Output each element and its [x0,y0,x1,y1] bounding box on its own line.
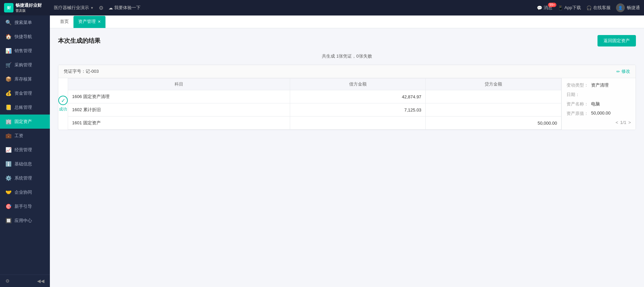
logo: 财 畅捷通好业财 普及版 [4,2,54,13]
sidebar-item-ledger[interactable]: 📒 总账管理 [0,100,50,115]
edit-button[interactable]: ✏ 修改 [616,68,630,74]
check-circle-icon: ✓ [58,96,68,105]
fixed-assets-icon: 🏢 [5,119,12,125]
system-icon: ⚙️ [5,175,12,181]
company-selector[interactable]: 医疗器械行业演示 ▼ [54,5,94,11]
result-header: 本次生成的结果 返回固定资产 [58,35,636,46]
online-service-button[interactable]: 🎧 在线客服 [586,5,611,11]
enterprise-label: 企业协同 [14,189,32,195]
status-text: 成功 [59,106,67,112]
purchase-icon: 🛒 [5,62,12,68]
sidebar-footer: ⚙ ◀◀ [0,275,50,287]
guide-icon: 🎯 [5,203,12,210]
sidebar-item-funds[interactable]: 💰 资金管理 [0,86,50,100]
sales-icon: 📊 [5,48,12,54]
quick-nav-icon: 🏠 [5,34,12,40]
voucher-header: 凭证字号：记-003 ✏ 修改 [58,65,636,78]
asset-name-label: 资产名称： [566,101,588,107]
subject-cell: 1606 固定资产清理 [68,90,290,103]
sidebar-item-sales[interactable]: 📊 销售管理 [0,44,50,58]
tabs-bar: 首页 资产管理 ✕ [50,15,644,28]
message-icon: 💬 [537,5,542,10]
col-subject: 科目 [68,78,290,90]
operations-icon: 📈 [5,147,12,153]
avatar: 👤 [616,3,625,12]
debit-cell [290,117,426,130]
user-info[interactable]: 👤 畅捷通 [616,3,640,12]
original-value-value: 50,000.00 [591,110,611,117]
tab-asset-management[interactable]: 资产管理 ✕ [73,16,105,28]
sidebar-item-operations[interactable]: 📈 经营管理 [0,143,50,157]
search-label: 搜索菜单 [14,20,32,26]
inventory-label: 库存核算 [14,76,32,82]
top-bar-center: 医疗器械行业演示 ▼ ⚙ ☁ 我要体验一下 [54,3,537,12]
date-label: 日期： [566,92,580,98]
message-button[interactable]: 💬 消息 99+ [537,5,552,11]
experience-button[interactable]: ☁ 我要体验一下 [109,5,141,11]
content-area: 首页 资产管理 ✕ 本次生成的结果 返回固定资产 共生成 1张凭证，0张失败 凭… [50,15,644,287]
sidebar-item-search[interactable]: 🔍 搜索菜单 [0,15,50,30]
settings-footer-icon[interactable]: ⚙ [5,278,10,284]
success-indicator: ✓ 成功 [58,78,68,130]
sidebar-item-quick-nav[interactable]: 🏠 快捷导航 [0,30,50,44]
credit-cell [426,90,561,103]
message-badge: 99+ [548,3,556,7]
home-tab-label: 首页 [60,19,69,25]
sidebar-item-system[interactable]: ⚙️ 系统管理 [0,171,50,185]
sidebar-item-fixed-assets[interactable]: 🏢 固定资产 [0,115,50,129]
sidebar-item-guide[interactable]: 🎯 新手引导 [0,199,50,214]
tab-home[interactable]: 首页 [55,16,73,28]
service-icon: 🎧 [586,5,592,10]
top-bar-right: 💬 消息 99+ 📱 App下载 🎧 在线客服 👤 畅捷通 [537,3,640,12]
app-download-button[interactable]: 📱 App下载 [558,5,581,11]
basic-info-icon: ℹ️ [5,161,12,167]
logo-subtitle: 普及版 [16,8,42,13]
voucher-number: 凭证字号：记-003 [64,68,99,74]
cloud-icon: ☁ [109,5,113,10]
col-debit: 借方金额 [290,78,426,90]
sidebar-item-payroll[interactable]: 💼 工资 [0,129,50,143]
tab-close-icon[interactable]: ✕ [98,20,101,24]
logo-text: 畅捷通好业财 普及版 [16,2,42,13]
asset-management-tab-label: 资产管理 [78,19,96,25]
credit-cell [426,103,561,117]
logo-title: 畅捷通好业财 [16,2,42,8]
purchase-label: 采购管理 [14,62,32,68]
subject-cell: 1602 累计折旧 [68,103,290,117]
quick-nav-label: 快捷导航 [14,34,32,40]
app-icon: 📱 [558,5,563,10]
debit-cell: 7,125.03 [290,103,426,117]
voucher-table-section: 科目 借方金额 贷方金额 1606 固定资产清理 42,874.97 1602 … [68,78,561,130]
sidebar-item-app-center[interactable]: 🔲 应用中心 [0,214,50,228]
voucher-table: 科目 借方金额 贷方金额 1606 固定资产清理 42,874.97 1602 … [68,78,561,130]
top-bar: 财 畅捷通好业财 普及版 医疗器械行业演示 ▼ ⚙ ☁ 我要体验一下 💬 消息 … [0,0,644,15]
sales-label: 销售管理 [14,48,32,54]
fixed-assets-label: 固定资产 [14,119,32,125]
change-type-label: 变动类型： [566,82,588,88]
summary-text: 共生成 1张凭证，0张失败 [322,54,372,59]
collapse-icon[interactable]: ◀◀ [37,278,44,284]
operations-label: 经营管理 [14,147,32,153]
guide-label: 新手引导 [14,203,32,210]
company-name: 医疗器械行业演示 [54,5,89,11]
logo-icon: 财 [4,3,13,12]
sidebar-item-basic-info[interactable]: ℹ️ 基础信息 [0,157,50,171]
funds-label: 资金管理 [14,90,32,96]
app-center-icon: 🔲 [5,218,12,224]
inventory-icon: 📦 [5,76,12,82]
voucher-card: 凭证字号：记-003 ✏ 修改 ✓ 成功 [58,65,636,130]
settings-icon[interactable]: ⚙ [96,3,106,12]
return-button[interactable]: 返回固定资产 [597,35,636,46]
sidebar-item-inventory[interactable]: 📦 库存核算 [0,72,50,86]
system-label: 系统管理 [14,175,32,181]
prev-page-icon[interactable]: < [616,120,618,125]
next-page-icon[interactable]: > [628,120,631,125]
pagination-info: 1/1 [620,120,626,125]
sidebar: 🔍 搜索菜单 🏠 快捷导航 📊 销售管理 🛒 采购管理 📦 库存核算 💰 资金管… [0,15,50,287]
sidebar-item-enterprise[interactable]: 🤝 企业协同 [0,185,50,199]
ledger-icon: 📒 [5,104,12,110]
sidebar-item-purchase[interactable]: 🛒 采购管理 [0,58,50,72]
subject-cell: 1601 固定资产 [68,117,290,130]
basic-info-label: 基础信息 [14,161,32,167]
voucher-body: ✓ 成功 科目 借方金额 贷方金额 [58,78,636,130]
